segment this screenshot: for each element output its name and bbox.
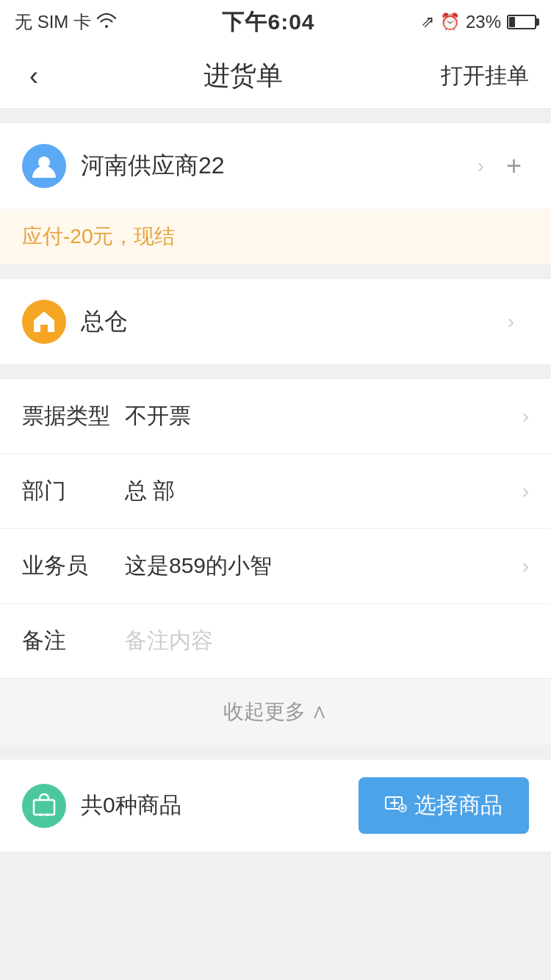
back-button[interactable]: ‹ (22, 54, 46, 99)
wifi-icon (97, 12, 116, 32)
battery-percentage: 23% (466, 12, 501, 32)
staff-label: 业务员 (22, 551, 125, 581)
page-title: 进货单 (204, 58, 283, 94)
remark-row[interactable]: 备注 备注内容 (0, 604, 551, 678)
product-count-label: 共0种商品 (81, 790, 359, 821)
supplier-avatar (22, 144, 66, 188)
staff-row[interactable]: 业务员 这是859的小智 › (0, 529, 551, 604)
warehouse-name: 总仓 (81, 306, 508, 338)
product-footer: 共0种商品 选择商品 (0, 760, 551, 851)
product-icon (22, 784, 66, 828)
alarm-icon: ⏰ (440, 12, 460, 32)
select-product-button[interactable]: 选择商品 (359, 777, 529, 834)
form-section: 票据类型 不开票 › 部门 总 部 › 业务员 这是859的小智 › 备注 备注… (0, 379, 551, 678)
location-icon: ⇗ (421, 12, 434, 32)
battery-icon (507, 15, 536, 29)
invoice-type-value: 不开票 (125, 401, 522, 431)
warehouse-section: 总仓 › (0, 279, 551, 364)
svg-point-4 (46, 813, 49, 816)
select-product-label: 选择商品 (414, 790, 503, 821)
warehouse-chevron-icon: › (508, 310, 514, 334)
supplier-notice: 应付-20元，现结 (0, 209, 551, 264)
status-time: 下午6:04 (222, 7, 314, 37)
person-icon (31, 153, 57, 179)
add-button[interactable]: + (499, 151, 529, 181)
collapse-toggle[interactable]: 收起更多 ∧ (0, 678, 551, 745)
invoice-type-label: 票据类型 (22, 401, 125, 431)
supplier-section: 河南供应商22 › + 应付-20元，现结 (0, 123, 551, 264)
staff-value: 这是859的小智 (125, 551, 522, 581)
dept-chevron-icon: › (522, 480, 529, 503)
cart-icon (31, 793, 57, 819)
invoice-chevron-icon: › (522, 405, 529, 428)
remark-input[interactable]: 备注内容 (125, 626, 529, 656)
supplier-chevron-icon: › (478, 154, 484, 178)
nav-bar: ‹ 进货单 打开挂单 (0, 44, 551, 109)
remark-label: 备注 (22, 626, 125, 656)
supplier-row[interactable]: 河南供应商22 › + (0, 123, 551, 209)
section-gap-2 (0, 264, 551, 279)
section-divider-1 (0, 364, 551, 379)
dept-label: 部门 (22, 476, 125, 506)
invoice-type-row[interactable]: 票据类型 不开票 › (0, 379, 551, 454)
department-row[interactable]: 部门 总 部 › (0, 454, 551, 529)
status-bar: 无 SIM 卡 下午6:04 ⇗ ⏰ 23% (0, 0, 551, 44)
staff-chevron-icon: › (522, 555, 529, 578)
select-product-icon (385, 794, 407, 818)
bottom-empty-area (0, 851, 551, 980)
section-gap-1 (0, 109, 551, 123)
svg-point-3 (39, 813, 42, 816)
dept-value: 总 部 (125, 476, 522, 506)
svg-rect-1 (40, 325, 48, 332)
warehouse-icon (22, 300, 66, 344)
carrier-info: 无 SIM 卡 (15, 10, 116, 34)
warehouse-row[interactable]: 总仓 › (0, 279, 551, 364)
carrier-text: 无 SIM 卡 (15, 10, 91, 34)
status-right-group: ⇗ ⏰ 23% (421, 12, 536, 32)
supplier-name: 河南供应商22 (81, 150, 478, 182)
home-icon (31, 309, 57, 335)
open-pending-button[interactable]: 打开挂单 (441, 61, 529, 91)
svg-rect-2 (34, 800, 54, 815)
